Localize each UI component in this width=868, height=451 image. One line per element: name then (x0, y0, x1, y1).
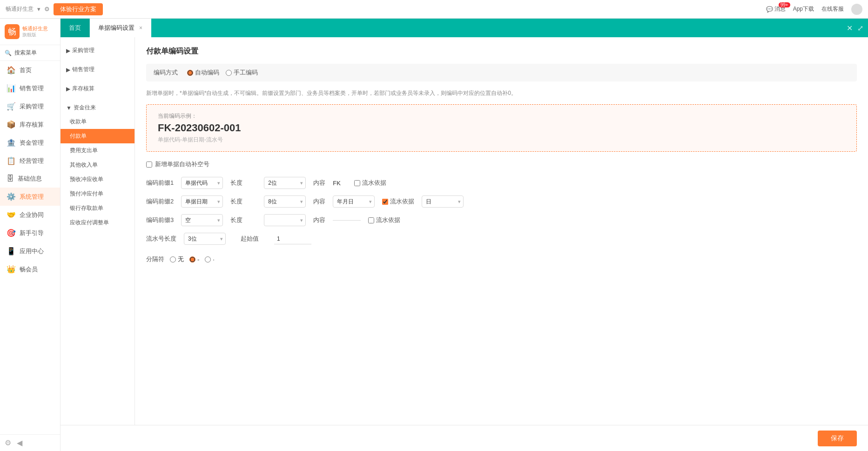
prefix2-select-wrap[interactable]: 单据日期 (181, 195, 223, 208)
sub-item-receipt[interactable]: 收款单 (61, 114, 135, 129)
sidebar-item-member[interactable]: 👑 畅会员 (0, 260, 60, 278)
manual-encode-option[interactable]: 手工编码 (226, 68, 258, 77)
sub-group-label: 库存核算 (72, 85, 94, 93)
sub-group-inventory: ▶ 库存核算 (61, 79, 135, 98)
online-service-link[interactable]: 在线客服 (821, 5, 844, 13)
prefix2-serial-checkbox[interactable] (382, 199, 388, 205)
prefix1-serial-checkbox[interactable] (354, 180, 360, 186)
sub-group-inventory-header[interactable]: ▶ 库存核算 (61, 82, 135, 95)
prefix1-select-wrap[interactable]: 单据代码 (181, 177, 223, 189)
sidebar-item-base[interactable]: 🗄 基础信息 (0, 170, 60, 188)
sub-group-label: 资金往来 (74, 104, 96, 112)
arrow-down-icon: ▼ (66, 105, 72, 111)
prefix2-length-select[interactable]: 8位 (264, 195, 306, 208)
prefix2-row: 编码前缀2 单据日期 长度 8位 内容 (146, 195, 857, 208)
start-value-label: 起始值 (241, 235, 267, 243)
sidebar-item-purchase[interactable]: 🛒 采购管理 (0, 97, 60, 115)
prefix1-length-select[interactable]: 2位 (264, 177, 306, 189)
prefix3-select[interactable]: 空 (181, 214, 223, 226)
message-badge[interactable]: 💬 消息 99+ (766, 5, 786, 13)
preview-code: FK-20230602-001 (158, 122, 845, 134)
prefix3-select-wrap[interactable]: 空 (181, 214, 223, 226)
auto-encode-option[interactable]: 自动编码 (187, 68, 219, 77)
search-menu[interactable]: 🔍 搜索菜单 (0, 45, 60, 61)
sub-item-adjust[interactable]: 应收应付调整单 (61, 215, 135, 230)
sub-group-sales: ▶ 销售管理 (61, 60, 135, 79)
sidebar-item-partner[interactable]: 🤝 企业协同 (0, 206, 60, 224)
operations-icon: 📋 (7, 156, 16, 165)
sidebar-item-system[interactable]: ⚙️ 系统管理 (0, 188, 60, 206)
sub-group-capital-header[interactable]: ▼ 资金往来 (61, 101, 135, 114)
sidebar-item-inventory[interactable]: 📦 库存核算 (0, 115, 60, 134)
trial-button[interactable]: 体验行业方案 (54, 3, 103, 15)
inventory-icon: 📦 (7, 120, 16, 129)
prefix2-serial-checkbox-wrap[interactable]: 流水依据 (382, 197, 414, 206)
expand-window-icon[interactable]: ⤢ (857, 24, 863, 33)
auto-encode-radio[interactable] (187, 70, 193, 76)
save-button[interactable]: 保存 (818, 431, 857, 446)
prefix2-content-wrap[interactable]: 年月日 (333, 195, 375, 208)
sep-dash-option[interactable]: - (189, 256, 199, 263)
sidebar-item-label: 应用中心 (20, 247, 44, 256)
tab-home[interactable]: 首页 (61, 19, 90, 37)
logo-icon: 畅 (5, 24, 20, 39)
tab-close-icon[interactable]: × (139, 25, 142, 31)
app-download-link[interactable]: App下载 (793, 5, 814, 13)
prefix1-content-value: FK (333, 180, 347, 187)
tab-encode-settings[interactable]: 单据编码设置 × (90, 19, 151, 37)
sidebar-item-guide[interactable]: 🎯 新手引导 (0, 224, 60, 242)
close-window-icon[interactable]: ✕ (847, 24, 853, 33)
collapse-icon[interactable]: ◀ (17, 438, 22, 447)
sep-dot-option[interactable]: · (205, 256, 215, 263)
serial-length-select[interactable]: 3位 (184, 233, 226, 245)
serial-row: 流水号长度 3位 起始值 (146, 233, 857, 245)
sidebar-item-sales[interactable]: 📊 销售管理 (0, 79, 60, 97)
sub-item-bank[interactable]: 银行存取款单 (61, 201, 135, 215)
sub-item-expense[interactable]: 费用支出单 (61, 143, 135, 158)
finance-icon: 🏦 (7, 138, 16, 147)
sidebar-item-home[interactable]: 🏠 首页 (0, 61, 60, 79)
content-area: 首页 单据编码设置 × ✕ ⤢ ▶ 采购管理 (61, 19, 868, 451)
prefix2-length-wrap[interactable]: 8位 (264, 195, 306, 208)
sub-item-prepay-pay[interactable]: 预付冲应付单 (61, 187, 135, 201)
chevron-down-icon: ▾ (37, 6, 40, 13)
prefix2-serial-unit-select[interactable]: 日 (422, 195, 464, 208)
prefix3-serial-checkbox[interactable] (368, 217, 374, 223)
sep-none-option[interactable]: 无 (170, 255, 184, 263)
sep-none-radio[interactable] (170, 256, 176, 263)
prefix3-length-wrap[interactable] (264, 214, 306, 226)
sidebar-item-finance[interactable]: 🏦 资金管理 (0, 134, 60, 152)
start-value-input[interactable] (274, 234, 311, 244)
prefix1-serial-checkbox-wrap[interactable]: 流水依据 (354, 179, 386, 187)
settings-bottom-icon[interactable]: ⚙ (5, 438, 11, 447)
serial-length-wrap[interactable]: 3位 (184, 233, 226, 245)
arrow-right-icon: ▶ (66, 67, 70, 73)
avatar[interactable] (851, 4, 862, 15)
sidebar-item-operations[interactable]: 📋 经营管理 (0, 152, 60, 170)
prefix1-row: 编码前缀1 单据代码 长度 2位 内容 FK (146, 177, 857, 189)
prefix2-content-select[interactable]: 年月日 (333, 195, 375, 208)
prefix3-serial-label: 流水依据 (376, 216, 400, 224)
manual-encode-radio[interactable] (226, 70, 232, 76)
settings-icon[interactable]: ⚙ (44, 6, 50, 13)
sidebar-item-app[interactable]: 📱 应用中心 (0, 242, 60, 260)
prefix3-length-select[interactable] (264, 214, 306, 226)
sep-dot-radio[interactable] (205, 256, 211, 263)
auto-fill-checkbox[interactable] (146, 162, 152, 168)
prefix1-select[interactable]: 单据代码 (181, 177, 223, 189)
sub-group-purchase-header[interactable]: ▶ 采购管理 (61, 44, 135, 57)
sep-dash-radio[interactable] (189, 256, 195, 263)
sub-item-income[interactable]: 其他收入单 (61, 158, 135, 172)
sub-item-prepay-recv[interactable]: 预收冲应收单 (61, 172, 135, 187)
prefix3-serial-checkbox-wrap[interactable]: 流水依据 (368, 216, 400, 224)
prefix2-serial-unit-wrap[interactable]: 日 (422, 195, 464, 208)
app-icon: 📱 (7, 247, 16, 256)
base-icon: 🗄 (7, 175, 14, 183)
prefix2-select[interactable]: 单据日期 (181, 195, 223, 208)
sub-group-sales-header[interactable]: ▶ 销售管理 (61, 63, 135, 76)
prefix1-length-wrap[interactable]: 2位 (264, 177, 306, 189)
sidebar-item-label: 采购管理 (20, 102, 44, 111)
sub-item-payment[interactable]: 付款单 (61, 129, 135, 143)
prefix1-content-label: 内容 (313, 179, 325, 187)
encode-radio-group: 自动编码 手工编码 (187, 68, 258, 77)
